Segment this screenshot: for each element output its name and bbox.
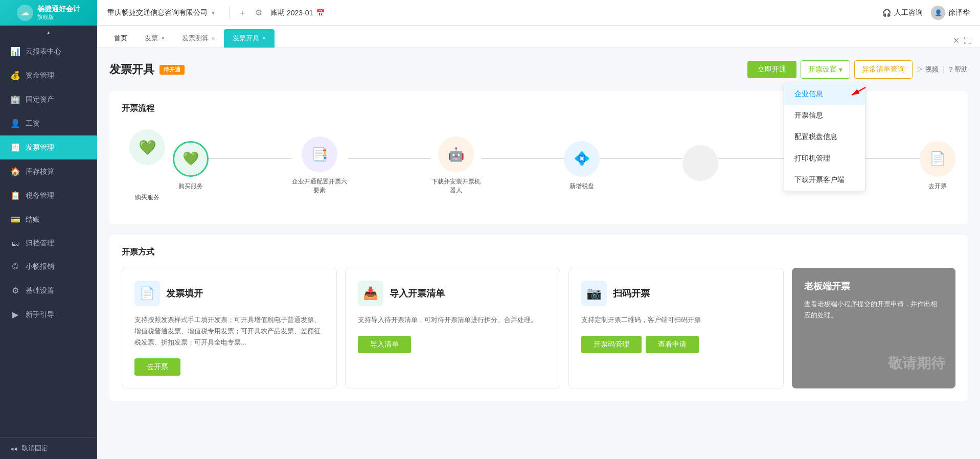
billing-card-fill-invoice: 📄 发票填开 支持按照发票样式手工填开发票；可开具增值税电子普通发票、增值税普通… [122,268,337,388]
top-header: ☁ 畅捷通好会计 旗舰版 重庆畅捷交通信息咨询有限公司 ▾ ＋ ⚙ 账期 202… [0,0,980,26]
cloud-report-icon: 📊 [10,47,20,56]
company-selector[interactable]: 重庆畅捷交通信息咨询有限公司 ▾ [97,8,225,17]
dropdown-item-invoice-info[interactable]: 开票信息 [784,105,865,126]
sidebar-item-cloud-report[interactable]: 📊 云报表中心 [0,39,97,63]
billing-card-scan-invoice: 📷 扫码开票 支持定制开票二维码，客户端可扫码开票 开票码管理 查看申请 [568,268,784,388]
invoice-mgmt-icon: 🧾 [10,143,20,152]
step-go-invoice: 📄 去开票 [920,141,955,191]
header-divider-1 [229,7,230,19]
dropdown-item-printer-mgmt[interactable]: 打印机管理 [784,148,865,169]
sidebar-item-archive-mgmt[interactable]: 🗂 归档管理 [0,232,97,255]
step-blank1 [682,145,718,186]
content-area: 首页 发票 × 发票测算 × 发票开具 × ✕ ⛶ [97,26,980,459]
dropdown-item-download-client[interactable]: 下载开票客户端 [784,169,865,191]
tab-invoice-calc[interactable]: 发票测算 × [173,29,224,48]
sidebar-item-new-guide[interactable]: ▶ 新手引导 [0,303,97,327]
close-all-tabs-button[interactable]: ✕ [953,36,960,45]
tab-right-actions: ✕ ⛶ [953,36,972,48]
fill-invoice-header: 📄 发票填开 [134,281,324,306]
tax-icon: 📋 [10,191,20,200]
coming-soon-text: 敬请期待 [888,354,945,373]
page-title-area: 发票开具 待开通 立即开通 开票设置 ▾ 异常清单查询 ▷ 视频 | ? 帮助 [109,60,968,79]
user-menu[interactable]: 👤 徐泽华 [931,6,970,20]
import-list-button[interactable]: 导入清单 [358,336,411,353]
fill-invoice-button[interactable]: 去开票 [134,358,180,376]
sidebar: ▲ 📊 云报表中心 💰 资金管理 🏢 固定资产 👤 工资 🧾 发票管理 🏠 库存… [0,26,97,459]
connector-4 [600,158,682,159]
sidebar-item-salary[interactable]: 👤 工资 [0,111,97,135]
billing-card-boss-invoice: 老板端开票 查看老板端小程序提交的开票申请，并作出相应的处理。 敬请期待 [792,268,955,388]
step-buy: 💚 购买服务 [173,141,209,191]
video-button[interactable]: ▷ 视频 [917,65,939,74]
logo-text: 畅捷通好会计 旗舰版 [37,4,80,21]
settlement-icon: 💳 [10,215,20,224]
tab-bar: 首页 发票 × 发票测算 × 发票开具 × ✕ ⛶ [97,26,980,48]
fill-invoice-desc: 支持按照发票样式手工填开发票；可开具增值税电子普通发票、增值税普通发票、增值税专… [134,314,324,348]
invoice-settings-button[interactable]: 开票设置 ▾ [801,60,850,79]
tab-invoice-close[interactable]: × [161,35,165,42]
connector-3 [482,158,564,159]
new-guide-icon: ▶ [10,310,20,319]
capital-icon: 💰 [10,71,20,80]
scan-code-mgmt-button[interactable]: 开票码管理 [581,336,642,353]
connector-1 [209,158,291,159]
step-tax-disk: 💠 新增税盘 [564,141,600,191]
expand-button[interactable]: ⛶ [964,36,972,45]
boss-invoice-desc: 查看老板端小程序提交的开票申请，并作出相应的处理。 [804,299,943,321]
svg-line-1 [852,87,865,95]
boss-invoice-title: 老板端开票 [804,280,943,292]
calendar-icon[interactable]: 📅 [316,9,325,17]
billing-section: 开票方式 📄 发票填开 支持按照发票样式手工填开发票；可开具增值税电子普通发票、… [109,235,968,401]
tab-invoice-issue-close[interactable]: × [262,35,266,42]
archive-icon: 🗂 [10,239,20,248]
basic-settings-icon: ⚙ [10,286,20,295]
step-config: 📑 企业开通配置开票六要素 [291,136,348,195]
step-download: 🤖 下载并安装开票机器人 [430,136,482,195]
import-list-icon: 📥 [358,281,383,306]
settings-icon[interactable]: ⚙ [251,8,266,17]
flow-step-buy-service: 💚 购买服务 [122,129,173,202]
tab-invoice[interactable]: 发票 × [136,29,173,48]
scan-invoice-icon: 📷 [581,281,607,306]
sidebar-item-basic-settings[interactable]: ⚙ 基础设置 [0,279,97,303]
sidebar-item-xiaochang[interactable]: © 小畅报销 [0,255,97,279]
pin-icon: ◂◂ [10,445,17,452]
company-dropdown-arrow: ▾ [212,9,215,16]
xiaochang-icon: © [10,262,20,271]
view-apply-button[interactable]: 查看申请 [646,336,699,353]
sidebar-item-settlement[interactable]: 💳 结账 [0,208,97,232]
import-list-desc: 支持导入待开票清单，可对待开票清单进行拆分、合并处理。 [358,314,548,326]
tab-invoice-calc-close[interactable]: × [212,35,215,42]
billing-section-title: 开票方式 [122,247,955,258]
scan-invoice-desc: 支持定制开票二维码，客户端可扫码开票 [581,314,771,326]
red-arrow-indicator [848,85,868,103]
settings-dropdown-arrow: ▾ [839,65,842,74]
abnormal-list-button[interactable]: 异常清单查询 [854,60,913,79]
logo-icon: ☁ [17,5,33,21]
tab-invoice-issue[interactable]: 发票开具 × [224,29,275,48]
sidebar-item-invoice-mgmt[interactable]: 🧾 发票管理 [0,135,97,159]
billing-methods: 📄 发票填开 支持按照发票样式手工填开发票；可开具增值税电子普通发票、增值税普通… [122,268,955,388]
dropdown-item-tax-disk[interactable]: 配置税盘信息 [784,126,865,148]
activate-button[interactable]: 立即开通 [747,61,796,78]
header-right: 🎧 人工咨询 👤 徐泽华 [882,6,980,20]
consult-button[interactable]: 🎧 人工咨询 [882,8,923,17]
scroll-up-btn[interactable]: ▲ [0,26,97,39]
headphone-icon: 🎧 [882,9,891,17]
cancel-fixed-button[interactable]: ◂◂ 取消固定 [0,438,97,459]
logo-area: ☁ 畅捷通好会计 旗舰版 [0,0,97,26]
sidebar-item-capital-mgmt[interactable]: 💰 资金管理 [0,63,97,87]
sidebar-item-inventory[interactable]: 🏠 库存核算 [0,159,97,183]
sidebar-item-fixed-assets[interactable]: 🏢 固定资产 [0,87,97,111]
accounting-period: 账期 2023-01 📅 [266,8,329,17]
sidebar-item-tax-mgmt[interactable]: 📋 税务管理 [0,183,97,208]
title-actions: 立即开通 开票设置 ▾ 异常清单查询 ▷ 视频 | ? 帮助 企业信息 [747,60,968,79]
tab-home[interactable]: 首页 [105,29,136,48]
sidebar-bottom: ◂◂ 取消固定 [0,437,97,459]
inventory-icon: 🏠 [10,167,20,176]
billing-card-import-list: 📥 导入开票清单 支持导入待开票清单，可对待开票清单进行拆分、合并处理。 导入清… [345,268,560,388]
connector-2 [348,158,430,159]
help-button[interactable]: ? 帮助 [949,65,968,74]
import-list-header: 📥 导入开票清单 [358,281,548,306]
add-company-button[interactable]: ＋ [234,7,251,19]
